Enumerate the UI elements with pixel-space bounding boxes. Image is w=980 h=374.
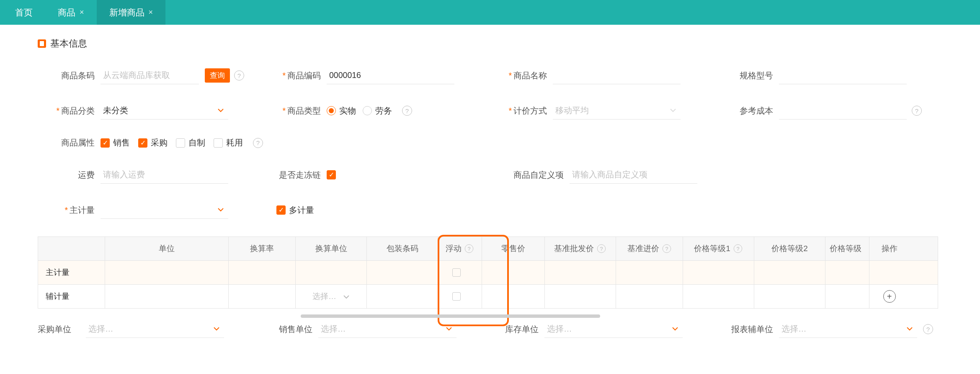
close-icon[interactable]: × (149, 8, 153, 17)
radio-service[interactable]: 劳务 (363, 105, 392, 117)
label-customfield: 商品自定义项 (490, 169, 570, 181)
label-stockunit: 库存单位 (490, 324, 544, 335)
checkbox-purchase[interactable]: 采购 (138, 137, 168, 148)
freight-input[interactable] (101, 166, 228, 184)
tab-products[interactable]: 商品× (45, 0, 97, 25)
help-icon[interactable]: ? (662, 244, 671, 253)
th-level1: 价格等级1? (683, 237, 754, 260)
spec-input[interactable] (779, 67, 907, 84)
th-action: 操作 (869, 237, 909, 260)
label-barcode: 商品条码 (38, 70, 101, 81)
label-purchaseunit: 采购单位 (38, 324, 86, 335)
checkbox-float[interactable] (452, 268, 461, 277)
close-icon[interactable]: × (80, 8, 84, 17)
checkbox-float[interactable] (452, 292, 461, 301)
pricing-select[interactable] (553, 102, 681, 119)
barcode-input[interactable] (101, 67, 199, 84)
help-icon[interactable]: ? (912, 106, 922, 116)
convunit-select[interactable]: 选择… (312, 291, 350, 302)
help-icon[interactable]: ? (402, 106, 412, 116)
purchaseunit-select[interactable] (86, 320, 224, 338)
th-rate: 换算率 (229, 237, 296, 260)
stockunit-select[interactable] (544, 320, 683, 338)
table-row[interactable]: 主计量 (38, 260, 938, 284)
label-category: 商品分类 (38, 105, 101, 117)
category-select[interactable] (101, 102, 228, 119)
tab-home[interactable]: 首页 (3, 0, 45, 25)
th-packbarcode: 包装条码 (367, 237, 438, 260)
label-code: 商品编码 (264, 70, 327, 81)
help-icon[interactable]: ? (234, 70, 244, 81)
mainunit-select[interactable] (101, 201, 228, 219)
horizontal-scrollbar[interactable] (301, 314, 600, 318)
help-icon[interactable]: ? (734, 244, 742, 253)
label-freight: 运费 (38, 169, 101, 181)
query-button[interactable]: 查询 (205, 68, 230, 83)
label-type: 商品类型 (264, 105, 327, 117)
th-purchase: 基准进价? (616, 237, 683, 260)
customfield-input[interactable] (570, 166, 697, 184)
th-leveltail: 价格等级 (825, 237, 869, 260)
label-refcost: 参考成本 (716, 105, 779, 117)
section-icon (38, 39, 46, 48)
checkbox-multiunit[interactable]: 多计量 (276, 205, 314, 216)
label-salesunit: 销售单位 (264, 324, 318, 335)
help-icon[interactable]: ? (597, 244, 606, 253)
checkbox-selfmade[interactable]: 自制 (176, 137, 205, 148)
top-tab-bar: 首页 商品× 新增商品× (0, 0, 980, 25)
label-name: 商品名称 (490, 70, 553, 81)
tab-new-product[interactable]: 新增商品× (97, 0, 166, 25)
section-title: 基本信息 (38, 37, 967, 50)
th-convunit: 换算单位 (296, 237, 367, 260)
radio-physical[interactable]: 实物 (327, 105, 356, 117)
th-float: 浮动? (438, 237, 482, 260)
checkbox-sale[interactable]: 销售 (101, 137, 130, 148)
code-input[interactable] (327, 67, 454, 84)
checkbox-consume[interactable]: 耗用 (214, 137, 243, 148)
label-attr: 商品属性 (38, 137, 101, 148)
reportunit-select[interactable] (779, 320, 917, 338)
th-retail: 零售价 (482, 237, 545, 260)
row-label-aux: 辅计量 (38, 285, 105, 308)
refcost-input[interactable] (779, 102, 907, 119)
name-input[interactable] (553, 67, 681, 84)
add-row-button[interactable]: + (883, 290, 896, 303)
th-level2: 价格等级2 (754, 237, 825, 260)
label-pricing: 计价方式 (490, 105, 553, 117)
th-unit: 单位 (105, 237, 229, 260)
salesunit-select[interactable] (318, 320, 456, 338)
unit-table: 单位 换算率 换算单位 包装条码 浮动? 零售价 基准批发价? 基准进价? 价格… (38, 236, 938, 309)
table-row[interactable]: 辅计量 选择… + (38, 284, 938, 308)
label-spec: 规格型号 (716, 70, 779, 81)
label-reportunit: 报表辅单位 (716, 324, 779, 335)
checkbox-coldchain[interactable] (327, 170, 336, 179)
chevron-down-icon (343, 293, 350, 300)
help-icon[interactable]: ? (923, 324, 933, 334)
label-coldchain: 是否走冻链 (264, 169, 327, 181)
th-wholesale: 基准批发价? (545, 237, 616, 260)
help-icon[interactable]: ? (465, 244, 473, 253)
row-label-main: 主计量 (38, 261, 105, 284)
label-mainunit: 主计量 (38, 205, 101, 216)
help-icon[interactable]: ? (253, 138, 263, 148)
